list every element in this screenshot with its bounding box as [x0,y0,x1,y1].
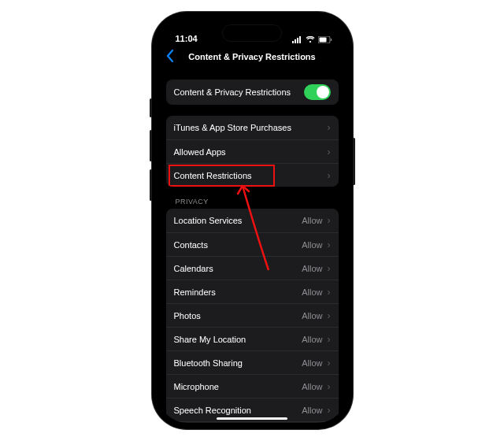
wifi-icon [306,36,315,43]
cellular-icon [292,36,302,43]
chevron-right-icon: › [328,334,331,345]
row-label: Share My Location [174,335,246,344]
row-value: Allow [302,358,322,368]
row-value: Allow [302,216,322,225]
svg-rect-5 [319,38,326,43]
row-label: Location Services [174,216,243,225]
row-label: Contacts [174,240,208,250]
row-value: Allow [302,264,322,273]
chevron-right-icon: › [328,146,331,158]
settings-group-main: Content & Privacy Restrictions [166,80,339,105]
screen: 11:04 Content & Privacy Restrictions Con… [158,18,346,423]
row-content-restrictions[interactable]: Content Restrictions › [166,163,339,187]
row-label: iTunes & App Store Purchases [174,123,291,132]
row-calendars[interactable]: Calendars Allow› [166,256,339,280]
row-label: Content Restrictions [174,171,252,180]
status-time: 11:04 [176,34,198,43]
row-value: Allow [302,335,322,344]
row-value: Allow [302,240,322,250]
settings-group-store: iTunes & App Store Purchases › Allowed A… [166,116,339,187]
chevron-right-icon: › [328,170,331,181]
chevron-right-icon: › [328,405,331,416]
settings-group-privacy: Location Services Allow› Contacts Allow›… [166,209,339,423]
row-value: Allow [302,382,322,391]
row-value: Allow [302,311,322,321]
side-button [150,98,152,117]
row-location-services[interactable]: Location Services Allow› [166,209,339,232]
page-title: Content & Privacy Restrictions [158,52,346,61]
row-share-my-location[interactable]: Share My Location Allow› [166,327,339,350]
chevron-right-icon: › [328,358,331,369]
row-apple-advertising[interactable]: Apple Advertising Allow› [166,421,339,423]
row-bluetooth-sharing[interactable]: Bluetooth Sharing Allow› [166,350,339,374]
svg-rect-1 [295,39,296,43]
content-scroll[interactable]: Content & Privacy Restrictions iTunes & … [158,69,346,423]
row-label: Photos [174,311,201,321]
volume-up-button [150,130,152,161]
battery-icon [318,36,332,43]
row-label: Allowed Apps [174,147,226,157]
chevron-right-icon: › [328,381,331,392]
chevron-right-icon: › [328,287,331,298]
row-label: Speech Recognition [174,406,251,415]
chevron-right-icon: › [328,263,331,274]
row-value: Allow [302,406,322,415]
svg-rect-6 [331,39,332,41]
row-contacts[interactable]: Contacts Allow› [166,232,339,256]
phone-frame: 11:04 Content & Privacy Restrictions Con… [152,12,353,429]
home-indicator[interactable] [217,417,287,420]
row-photos[interactable]: Photos Allow› [166,303,339,327]
row-content-privacy-restrictions[interactable]: Content & Privacy Restrictions [166,80,339,105]
row-microphone[interactable]: Microphone Allow› [166,374,339,398]
row-reminders[interactable]: Reminders Allow› [166,280,339,303]
row-itunes-purchases[interactable]: iTunes & App Store Purchases › [166,116,339,139]
svg-rect-2 [297,38,298,43]
svg-rect-3 [299,36,301,43]
row-label: Reminders [174,287,216,297]
row-label: Microphone [174,382,219,391]
volume-down-button [150,169,152,201]
chevron-right-icon: › [328,310,331,321]
row-allowed-apps[interactable]: Allowed Apps › [166,139,339,163]
svg-rect-0 [292,41,294,43]
row-label: Calendars [174,264,213,273]
power-button [353,138,355,185]
dynamic-island [222,24,282,42]
chevron-right-icon: › [328,239,331,250]
chevron-right-icon: › [328,122,331,133]
row-label: Content & Privacy Restrictions [174,87,291,97]
nav-bar: Content & Privacy Restrictions [158,45,346,69]
row-value: Allow [302,287,322,297]
row-label: Bluetooth Sharing [174,358,243,368]
section-header-privacy: Privacy [166,187,339,209]
chevron-right-icon: › [328,215,331,226]
toggle-content-privacy[interactable] [304,84,331,100]
